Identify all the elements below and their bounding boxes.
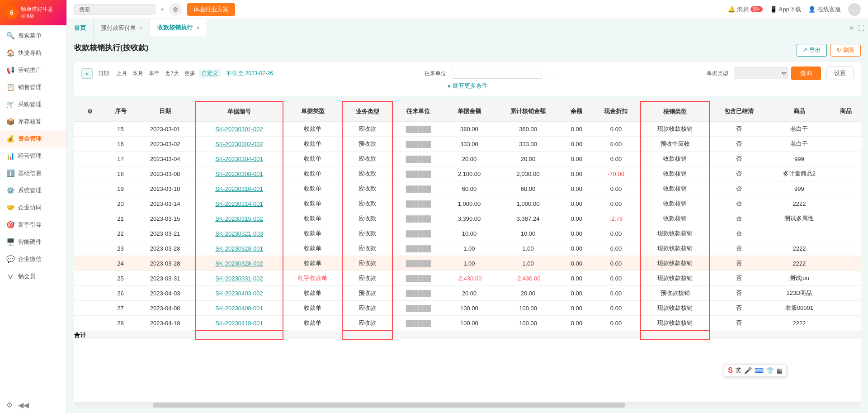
tab-prepayment-close[interactable]: × xyxy=(140,25,142,31)
settings-bottom-icon[interactable]: ⚙ xyxy=(6,401,13,409)
table-row: 21 2023-03-15 SK-20230315-002 收款单 应收款 ██… xyxy=(74,211,861,226)
sidebar-item-sales[interactable]: 📋 销售管理 xyxy=(0,79,66,96)
sidebar-item-purchase[interactable]: 🛒 采购管理 xyxy=(0,96,66,113)
doc-no-link[interactable]: SK-20230328-001 xyxy=(215,245,263,252)
doc-no-link[interactable]: SK-20230408-001 xyxy=(215,305,263,312)
shirt-icon[interactable]: 👕 xyxy=(766,367,774,374)
date-shortcut-custom[interactable]: 自定义 xyxy=(199,69,221,78)
doc-no-link[interactable]: SK-20230310-001 xyxy=(215,185,263,192)
doc-no-link[interactable]: SK-20230301-002 xyxy=(215,126,263,133)
refresh-button[interactable]: ↻ 刷新 xyxy=(830,44,861,57)
col-settings-icon[interactable]: ⚙ xyxy=(84,105,96,118)
horizontal-scrollbar[interactable] xyxy=(74,402,861,408)
doc-no-link[interactable]: SK-20230418-001 xyxy=(215,320,263,327)
collapse-icon[interactable]: ◀◀ xyxy=(18,401,29,409)
industry-solution-button[interactable]: 体验行业方案 xyxy=(187,3,235,16)
doc-no-link[interactable]: SK-20230302-002 xyxy=(215,141,263,147)
tab-fullscreen-icon[interactable]: ⛶ xyxy=(858,24,864,32)
table-row: 24 2023-03-28 SK-20230328-002 收款单 应收款 ██… xyxy=(74,256,861,271)
sidebar-item-nav[interactable]: 🏠 快捷导航 xyxy=(0,44,66,62)
sidebar-item-basic[interactable]: ℹ️ 基础信息 xyxy=(0,165,66,182)
home-icon: 🏠 xyxy=(6,49,14,57)
td-doc-type: 收款单 xyxy=(283,211,342,226)
mic-icon[interactable]: 🎤 xyxy=(744,367,752,374)
sidebar-item-hardware[interactable]: 🖥️ 智能硬件 xyxy=(0,233,66,251)
date-range-group: 不限 至 2023-07-26 xyxy=(226,70,273,77)
date-shortcut-last-month[interactable]: 上月 xyxy=(114,69,129,78)
doc-type-filter-select[interactable] xyxy=(734,67,788,79)
td-doc-no: SK-20230331-002 xyxy=(195,271,283,286)
doc-no-link[interactable]: SK-20230403-002 xyxy=(215,290,263,297)
filter-dots[interactable]: ... xyxy=(547,70,555,77)
filter-expand-button[interactable]: » xyxy=(81,68,93,79)
topbar-dropdown-arrow[interactable]: ▾ xyxy=(161,6,164,13)
avatar[interactable] xyxy=(848,3,861,16)
sidebar-item-search[interactable]: 🔍 搜索菜单 xyxy=(0,27,66,44)
sidebar-item-operation[interactable]: 📊 经营管理 xyxy=(0,147,66,165)
sidebar-item-guide[interactable]: 🎯 新手引导 xyxy=(0,216,66,233)
topbar-search-input[interactable] xyxy=(74,4,156,15)
member-icon: V xyxy=(6,272,14,280)
date-shortcut-this-year[interactable]: 本年 xyxy=(147,69,161,78)
party-filter-input[interactable] xyxy=(452,68,542,79)
date-range-text: 不限 至 2023-07-26 xyxy=(226,70,273,77)
doc-no-link[interactable]: SK-20230304-001 xyxy=(215,156,263,162)
doc-no-link[interactable]: SK-20230314-001 xyxy=(215,200,263,207)
message-button[interactable]: 🔔 消息 99+ xyxy=(728,5,763,14)
sidebar: 6 畅康道好生意 标准版 🔍 搜索菜单 🏠 快捷导航 📢 营销推广 📋 销售管理… xyxy=(0,0,67,413)
col-settings[interactable]: ⚙ xyxy=(74,101,105,122)
tab-prepayment[interactable]: 预付款应付单 × xyxy=(94,19,150,37)
td-cash-discount: 0.00 xyxy=(592,152,641,166)
watermark-s-icon: S xyxy=(728,366,733,375)
doc-no-link[interactable]: SK-20230308-001 xyxy=(215,171,263,177)
td-writeoff: 10.00 xyxy=(495,226,561,241)
doc-no-link[interactable]: SK-20230315-002 xyxy=(215,215,263,222)
sidebar-item-system[interactable]: ⚙️ 系统管理 xyxy=(0,182,66,199)
sidebar-item-collab[interactable]: 🤝 企业协同 xyxy=(0,199,66,216)
td-doc-no: SK-20230314-001 xyxy=(195,196,283,211)
td-settings xyxy=(74,137,105,152)
date-shortcut-more[interactable]: 更多 xyxy=(183,69,197,78)
td-writeoff: 1.00 xyxy=(495,241,561,256)
td-party: ██████ xyxy=(392,152,444,166)
date-shortcut-this-month[interactable]: 本月 xyxy=(131,69,145,78)
online-service-button[interactable]: 👤 在线客服 xyxy=(808,5,841,14)
tab-close-all-icon[interactable]: ✕ xyxy=(849,24,854,32)
td-doc-no: SK-20230308-001 xyxy=(195,166,283,181)
td-biz-type: 应收款 xyxy=(342,256,392,271)
grid-icon[interactable]: ▦ xyxy=(777,367,783,374)
tab-writeoff-close[interactable]: × xyxy=(196,25,199,30)
date-shortcut-7days[interactable]: 近7天 xyxy=(163,69,181,78)
doc-no-link[interactable]: SK-20230328-002 xyxy=(215,260,263,267)
sidebar-item-finance[interactable]: 💰 资金管理 xyxy=(0,130,66,147)
export-button[interactable]: ↗ 导出 xyxy=(797,44,827,57)
td-goods2 xyxy=(831,211,861,226)
scroll-bar-thumb[interactable] xyxy=(153,403,625,408)
td-no: 18 xyxy=(105,166,135,181)
query-button[interactable]: 查询 xyxy=(791,66,821,80)
doc-no-link[interactable]: SK-20230331-002 xyxy=(215,275,263,282)
app-download-button[interactable]: 📱 App下载 xyxy=(770,5,801,14)
purchase-icon: 🛒 xyxy=(6,100,14,109)
footer-doc-no xyxy=(195,331,283,339)
sidebar-item-inventory[interactable]: 📦 库存核算 xyxy=(0,113,66,130)
set-button[interactable]: 设置 xyxy=(826,66,854,80)
sidebar-item-wechat[interactable]: 💬 企业微信 xyxy=(0,251,66,268)
tab-writeoff[interactable]: 收款核销执行 × xyxy=(150,19,207,37)
sidebar-item-member[interactable]: V 畅会员 xyxy=(0,268,66,285)
td-writeoff: 20.00 xyxy=(495,286,561,301)
topbar-gear-icon[interactable]: ⚙ xyxy=(169,3,182,16)
td-writeoff: -2,430.00 xyxy=(495,271,561,286)
table-scroll[interactable]: ⚙ 序号 日期 单据编号 单据类型 业务类型 往来单位 单据金额 累计核销金额 … xyxy=(74,101,861,402)
doc-no-link[interactable]: SK-20230321-003 xyxy=(215,230,263,237)
td-writeoff: 1.00 xyxy=(495,256,561,271)
td-writeoff-type: 收款核销 xyxy=(641,196,709,211)
expand-more-bar[interactable]: ▾ 展开更多条件 xyxy=(81,80,854,92)
filter-area: » 日期 上月 本月 本年 近7天 更多 自定义 不限 至 2023-07-26… xyxy=(74,62,861,96)
tab-home[interactable]: 首页 xyxy=(67,19,94,37)
keyboard-icon[interactable]: ⌨ xyxy=(755,367,764,374)
sidebar-logo: 6 畅康道好生意 标准版 xyxy=(0,0,66,25)
sidebar-item-marketing[interactable]: 📢 营销推广 xyxy=(0,62,66,79)
td-goods: 2222 xyxy=(768,256,830,271)
sidebar-item-hardware-label: 智能硬件 xyxy=(18,238,42,246)
